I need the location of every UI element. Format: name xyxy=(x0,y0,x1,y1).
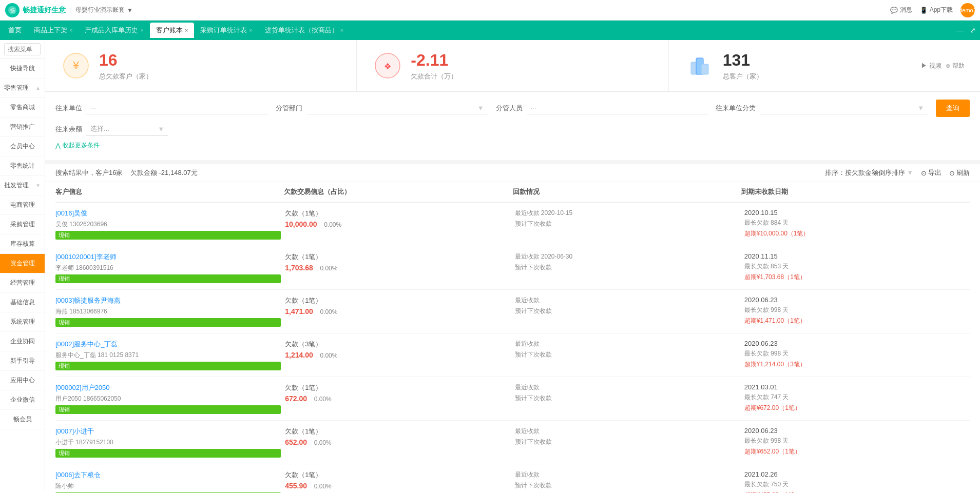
overdue-days-4: 最长欠款 747 天 xyxy=(744,393,970,402)
tab-close-icon[interactable]: × xyxy=(249,27,252,33)
customer-name-0[interactable]: [0016]吴俊 xyxy=(55,209,281,218)
card-icon-2: ❖ xyxy=(372,50,403,81)
collection-info-3: 最近收款 预计下次收款 xyxy=(515,340,740,359)
tab-purchase-stats[interactable]: 进货单统计表（按商品） × xyxy=(259,23,350,38)
sidebar-item-inventory[interactable]: 库存核算 xyxy=(0,234,45,254)
debt-amount-3[interactable]: 1,214.00 xyxy=(285,351,313,359)
collapse-button[interactable]: ⋀ 收起更多条件 xyxy=(55,141,970,150)
overdue-amount-3[interactable]: 超期¥1,214.00（3笔） xyxy=(744,360,970,369)
sidebar-item-member[interactable]: 会员中心 xyxy=(0,137,45,156)
dropdown-icon: ▼ xyxy=(917,104,924,112)
overdue-amount-6[interactable]: 超期¥455.90（1笔） xyxy=(744,491,970,493)
svg-text:¥: ¥ xyxy=(72,59,80,72)
sidebar-item-enterprise[interactable]: 企业协同 xyxy=(0,332,45,351)
sidebar-item-marketing[interactable]: 营销推广 xyxy=(0,117,45,137)
debt-amount-5[interactable]: 652.00 xyxy=(285,438,307,446)
refresh-button[interactable]: ⊙ 刷新 xyxy=(949,168,970,178)
tab-maximize-button[interactable]: ⤢ xyxy=(968,26,978,34)
tab-product-warehouse[interactable]: 产成品入库单历史 × xyxy=(79,23,149,38)
sidebar-item-member-vip[interactable]: 畅会员 xyxy=(0,410,45,429)
recent-collect-0: 最近收款 2020-10-15 xyxy=(515,209,740,218)
filter-source-unit-label: 往来单位 xyxy=(55,104,82,113)
tab-customer-account[interactable]: 客户账本 × xyxy=(150,23,194,38)
tab-close-icon[interactable]: × xyxy=(140,27,143,33)
customer-name-3[interactable]: [0002]服务中心_丁磊 xyxy=(55,340,281,349)
user-avatar-button[interactable]: demo2 xyxy=(960,3,975,17)
tab-close-icon[interactable]: × xyxy=(340,27,343,33)
filter-balance-select[interactable]: 选择... ▼ xyxy=(86,122,168,136)
overdue-days-1: 最长欠款 853 天 xyxy=(744,262,970,271)
tab-close-icon[interactable]: × xyxy=(69,27,72,33)
search-input[interactable] xyxy=(4,43,41,55)
logo-text: 畅捷通好生意 xyxy=(23,6,66,15)
debt-amount-0[interactable]: 10,000.00 xyxy=(285,220,317,228)
debt-percent-4: 0.00% xyxy=(314,396,332,403)
table-row-content: [0007]小进千 小进千 18279152100 现销 欠款（1笔） 652.… xyxy=(55,427,970,458)
main-layout: 快捷导航 零售管理 ▲ 零售商城 营销推广 会员中心 零售统计 批发管理 ▼ 电… xyxy=(0,40,980,493)
customer-name-1[interactable]: [0001020001]李老师 xyxy=(55,252,281,262)
tab-home[interactable]: 首页 xyxy=(2,23,28,38)
store-selector[interactable]: 母婴行业演示账套 ▼ xyxy=(70,6,133,14)
table-row: [0007]小进千 小进千 18279152100 现销 欠款（1笔） 652.… xyxy=(55,421,970,464)
overdue-amount-4[interactable]: 超期¥672.00（1笔） xyxy=(744,404,970,412)
overdue-date-4: 2021.03.01 xyxy=(744,383,970,391)
logo-icon: 畅 xyxy=(5,3,20,17)
dropdown-icon: ▼ xyxy=(477,104,484,112)
sidebar-item-new-guide[interactable]: 新手引导 xyxy=(0,351,45,371)
overdue-amount-0[interactable]: 超期¥10,000.00（1笔） xyxy=(744,229,970,238)
overdue-amount-1[interactable]: 超期¥1,703.68（1笔） xyxy=(744,273,970,282)
debt-amount-6[interactable]: 455.90 xyxy=(285,482,307,490)
summary-card-2: ❖ -2.11 欠款合计（万） xyxy=(357,40,668,91)
sidebar-item-retail-mall[interactable]: 零售商城 xyxy=(0,98,45,117)
tab-close-icon[interactable]: × xyxy=(185,27,188,33)
help-link[interactable]: ⊙ 帮助 xyxy=(946,62,965,70)
top-bar: 畅 畅捷通好生意 母婴行业演示账套 ▼ 💬 消息 📱 App下载 demo2 xyxy=(0,0,980,21)
debt-info-3: 欠款（3笔） 1,214.00 0.00% xyxy=(285,340,510,359)
collection-info-0: 最近收款 2020-10-15 预计下次收款 xyxy=(515,209,740,228)
overdue-amount-5[interactable]: 超期¥652.00（1笔） xyxy=(744,447,970,456)
header-collection: 回款情况 xyxy=(513,187,741,196)
tab-purchase-order[interactable]: 采购订单统计表 × xyxy=(194,23,258,38)
video-link[interactable]: ▶ 视频 xyxy=(921,62,941,70)
sidebar-item-finance[interactable]: 资金管理 xyxy=(0,254,45,273)
debt-amount-2[interactable]: 1,471.00 xyxy=(285,307,313,315)
filter-dept-select[interactable]: ▼ xyxy=(306,102,488,114)
sidebar-item-app-center[interactable]: 应用中心 xyxy=(0,371,45,390)
next-collect-0: 预计下次收款 xyxy=(515,220,740,228)
dropdown-icon: ▼ xyxy=(158,125,164,133)
filter-source-unit-input[interactable]: ··· xyxy=(86,102,268,114)
sidebar-item-operations[interactable]: 经营管理 xyxy=(0,273,45,293)
customer-name-5[interactable]: [0007]小进千 xyxy=(55,427,281,436)
customer-name-2[interactable]: [0003]畅捷服务尹海燕 xyxy=(55,296,281,305)
sidebar-item-system[interactable]: 系统管理 xyxy=(0,312,45,332)
debt-amount-1[interactable]: 1,703.68 xyxy=(285,264,313,272)
sidebar-item-enterprise-wechat[interactable]: 企业微信 xyxy=(0,390,45,410)
sidebar-item-quick-nav[interactable]: 快捷导航 xyxy=(0,59,45,78)
card-label-3: 总客户（家） xyxy=(723,72,914,81)
debt-amount-4[interactable]: 672.00 xyxy=(285,395,307,403)
filter-person-input[interactable]: ··· xyxy=(527,102,708,114)
sidebar-item-batch-mgmt[interactable]: 批发管理 ▼ xyxy=(0,176,45,195)
tab-product-shelf[interactable]: 商品上下架 × xyxy=(28,23,79,38)
app-download-button[interactable]: 📱 App下载 xyxy=(920,6,953,14)
customer-name-6[interactable]: [0006]去下粮仓 xyxy=(55,470,281,480)
search-button[interactable]: 查询 xyxy=(936,100,970,117)
customer-info-2: [0003]畅捷服务尹海燕 海燕 18513066976 现销 xyxy=(55,296,281,327)
messages-button[interactable]: 💬 消息 xyxy=(890,6,912,14)
sidebar-item-retail-stats[interactable]: 零售统计 xyxy=(0,156,45,176)
table-row-content: [000002]用户2050 用户2050 18665062050 现销 欠款（… xyxy=(55,383,970,414)
customer-info-6: [0006]去下粮仓 陈小帅 现销 xyxy=(55,470,281,493)
overdue-amount-2[interactable]: 超期¥1,471.00（1笔） xyxy=(744,317,970,325)
sidebar-item-retail-mgmt[interactable]: 零售管理 ▲ xyxy=(0,78,45,98)
sidebar-item-purchase[interactable]: 采购管理 xyxy=(0,215,45,234)
table-area: 客户信息 欠款交易信息（占比） 回款情况 到期未收款日期 [0016]吴俊 吴俊… xyxy=(45,182,980,493)
tab-minimize-button[interactable]: — xyxy=(954,26,966,34)
recent-collect-2: 最近收款 xyxy=(515,296,740,305)
sidebar-item-ecommerce[interactable]: 电商管理 xyxy=(0,195,45,215)
debt-percent-3: 0.00% xyxy=(320,352,337,359)
export-button[interactable]: ⊙ 导出 xyxy=(921,168,941,178)
customer-info-3: [0002]服务中心_丁磊 服务中心_丁磊 181 0125 8371 现销 xyxy=(55,340,281,370)
filter-unit-category-select[interactable]: ▼ xyxy=(760,102,928,114)
sidebar-item-basic-info[interactable]: 基础信息 xyxy=(0,293,45,312)
customer-name-4[interactable]: [000002]用户2050 xyxy=(55,383,281,392)
